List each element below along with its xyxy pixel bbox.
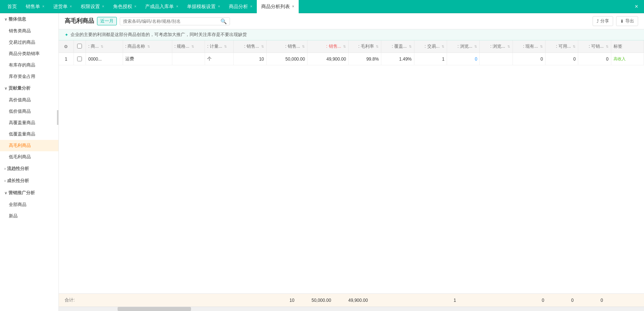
- row-checkbox-cell: [73, 53, 86, 65]
- share-button[interactable]: ⤴ 分享: [593, 16, 613, 26]
- nav-role[interactable]: 角色授权 ×: [109, 0, 141, 13]
- data-table: ⚙ : 商... ⇅ : 商品名称 ⇅: [59, 40, 644, 65]
- footer-sale-amt1: 50,000.00: [296, 298, 333, 303]
- search-input[interactable]: [123, 19, 220, 24]
- sidebar-item-low-margin[interactable]: 低毛利商品: [0, 151, 58, 163]
- export-icon: ⬇: [620, 19, 624, 24]
- top-navigation: 首页 销售单 × 进货单 × 权限设置 × 角色授权 × 产成品入库单 × 单据…: [0, 0, 644, 13]
- table-row: 1 0000... 运费 个 10 50,000.00 49,900.00: [59, 53, 644, 65]
- sort-unit-icon[interactable]: ⇅: [224, 45, 227, 48]
- footer-sale-qty: 10: [267, 298, 296, 303]
- export-button[interactable]: ⬇ 导出: [616, 16, 638, 26]
- sidebar-section-contribution[interactable]: ∨ 贡献量分析: [0, 82, 58, 94]
- sidebar: ∨ 整体信息 销售类商品 交易过的商品 商品分类助销率 有库存的商品 库存资金占…: [0, 13, 59, 311]
- sidebar-item-category-rate[interactable]: 商品分类助销率: [0, 48, 58, 59]
- notice-text: 企业的主要的利润都是这部分商品创造的，可考虑加大推广，同时关注库存是不要出现缺货: [71, 32, 247, 38]
- nav-template[interactable]: 单据模板设置 ×: [183, 0, 224, 13]
- sidebar-item-high-value[interactable]: 高价值商品: [0, 94, 58, 106]
- close-product-inbound-tab[interactable]: ×: [176, 4, 178, 8]
- nav-goods-analysis[interactable]: 商品分析 ×: [224, 0, 257, 13]
- sort-sale-amt2-icon[interactable]: ⇅: [343, 45, 346, 48]
- sidebar-item-traded-goods[interactable]: 交易过的商品: [0, 37, 58, 48]
- sort-spec-icon[interactable]: ⇅: [191, 45, 194, 48]
- table-container: ⚙ : 商... ⇅ : 商品名称 ⇅: [59, 40, 644, 293]
- row-checkbox[interactable]: [77, 57, 82, 61]
- sidebar-item-low-coverage[interactable]: 低覆盖量商品: [0, 129, 58, 140]
- sidebar-section-overview[interactable]: ∨ 整体信息: [0, 13, 58, 25]
- sidebar-item-in-stock[interactable]: 有库存的商品: [0, 59, 58, 71]
- close-template-tab[interactable]: ×: [218, 4, 220, 8]
- notice-bar: ✦ 企业的主要的利润都是这部分商品创造的，可考虑加大推广，同时关注库存是不要出现…: [59, 29, 644, 40]
- close-sales-tab[interactable]: ×: [42, 4, 44, 8]
- sort-saleable-icon[interactable]: ⇅: [606, 45, 609, 48]
- sidebar-section-trend[interactable]: › 流趋性分析: [0, 163, 58, 175]
- nav-goods-analysis-list[interactable]: 商品分析列表 ×: [257, 0, 299, 13]
- sort-code-icon[interactable]: ⇅: [101, 45, 104, 48]
- th-code: : 商... ⇅: [86, 40, 123, 53]
- sort-browse2-icon[interactable]: ⇅: [507, 45, 510, 48]
- expand-trend-icon: ›: [4, 167, 6, 171]
- row-spec: [172, 53, 205, 65]
- sort-gross-icon[interactable]: ⇅: [376, 45, 379, 48]
- notice-icon: ✦: [65, 32, 68, 37]
- sort-name-icon[interactable]: ⇅: [147, 45, 150, 48]
- browse1-link[interactable]: 0: [475, 57, 478, 62]
- sort-sale-amt1-icon[interactable]: ⇅: [302, 45, 305, 48]
- th-settings[interactable]: ⚙: [59, 40, 73, 53]
- th-spec: : 规格... ⇅: [172, 40, 205, 53]
- horizontal-scrollbar[interactable]: [59, 307, 644, 311]
- sidebar-item-high-coverage[interactable]: 高覆盖量商品: [0, 117, 58, 129]
- close-permission-tab[interactable]: ×: [102, 4, 104, 8]
- sort-sale-qty-icon[interactable]: ⇅: [261, 45, 264, 48]
- row-unit: 个: [205, 53, 234, 65]
- sidebar-item-stock-capital[interactable]: 库存资金占用: [0, 71, 58, 82]
- sidebar-item-sales-goods[interactable]: 销售类商品: [0, 25, 58, 37]
- expand-contribution-icon: ∨: [4, 86, 7, 90]
- sort-stock1-icon[interactable]: ⇅: [540, 45, 543, 48]
- close-role-tab[interactable]: ×: [134, 4, 137, 8]
- row-coverage: 1.49%: [381, 53, 414, 65]
- expand-growth-icon: ›: [4, 179, 6, 183]
- sort-browse1-icon[interactable]: ⇅: [474, 45, 477, 48]
- close-goods-list-tab[interactable]: ×: [292, 4, 294, 8]
- footer-stock2: 0: [546, 298, 576, 303]
- row-saleable: 0: [578, 53, 611, 65]
- sort-trade-icon[interactable]: ⇅: [442, 45, 445, 48]
- sidebar-item-high-margin[interactable]: 高毛利商品: [0, 140, 58, 151]
- sidebar-item-all-goods[interactable]: 全部商品: [0, 199, 58, 210]
- th-sale-qty: : 销售... ⇅: [234, 40, 266, 53]
- settings-icon[interactable]: ⚙: [64, 44, 68, 49]
- sort-coverage-icon[interactable]: ⇅: [409, 45, 412, 48]
- th-gross-rate: : 毛利率 ⇅: [348, 40, 381, 53]
- row-browse2: [480, 53, 512, 65]
- nav-permission[interactable]: 权限设置 ×: [76, 0, 109, 13]
- nav-home[interactable]: 首页: [3, 0, 21, 13]
- nav-purchase[interactable]: 进货单 ×: [49, 0, 76, 13]
- content-area: 高毛利商品 近一月 🔍 ⤴ 分享 ⬇ 导出 ✦ 企业的主要的利润都是这部分商品创…: [59, 13, 644, 311]
- th-unit: : 计量... ⇅: [205, 40, 234, 53]
- th-tag: 标签: [611, 40, 644, 53]
- close-goods-analysis-tab[interactable]: ×: [250, 4, 252, 8]
- select-all-checkbox[interactable]: [77, 44, 82, 48]
- expand-overview-icon: ∨: [4, 17, 7, 21]
- row-sale-amt2: 49,900.00: [307, 53, 349, 65]
- row-trade: 1: [414, 53, 447, 65]
- nav-sales[interactable]: 销售单 ×: [21, 0, 49, 13]
- footer-saleable: 0: [576, 298, 605, 303]
- sidebar-section-growth[interactable]: › 成长性分析: [0, 175, 58, 187]
- close-all-tabs[interactable]: ×: [632, 3, 641, 10]
- close-purchase-tab[interactable]: ×: [70, 4, 72, 8]
- search-icon[interactable]: 🔍: [220, 18, 227, 24]
- search-box: 🔍: [120, 17, 230, 25]
- period-button[interactable]: 近一月: [97, 17, 117, 25]
- sidebar-item-new-goods[interactable]: 新品: [0, 210, 58, 222]
- row-stock1: 0: [512, 53, 545, 65]
- sort-stock2-icon[interactable]: ⇅: [573, 45, 576, 48]
- sidebar-item-low-value[interactable]: 低价值商品: [0, 106, 58, 117]
- row-gross-rate: 99.8%: [348, 53, 381, 65]
- nav-product-inbound[interactable]: 产成品入库单 ×: [141, 0, 183, 13]
- sidebar-section-marketing[interactable]: ∨ 营销推广分析: [0, 187, 58, 199]
- row-code: 0000...: [86, 53, 123, 65]
- th-stock2: : 可用... ⇅: [545, 40, 578, 53]
- th-checkbox[interactable]: [73, 40, 86, 53]
